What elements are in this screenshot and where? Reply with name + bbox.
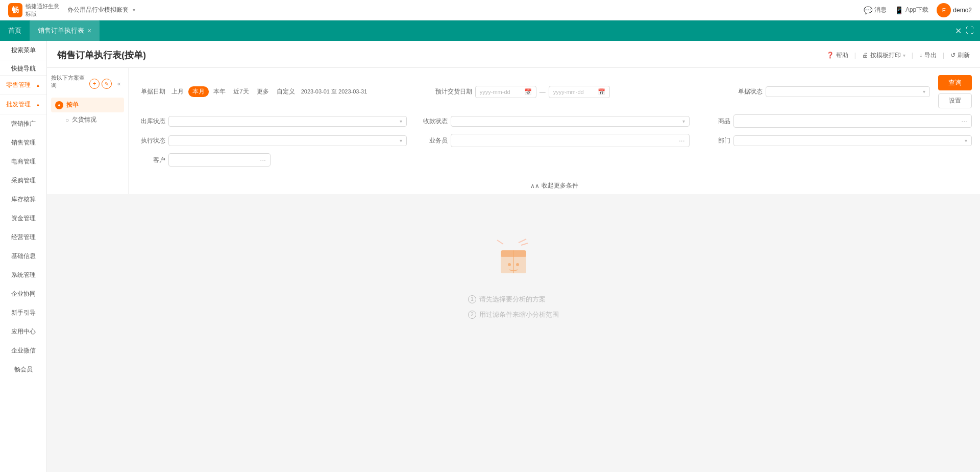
message-button[interactable]: 💬 消息 <box>864 6 887 14</box>
filter-row-2: 出库状态 ▾ 收款状态 ▾ <box>137 114 972 128</box>
sidebar-item-newbie[interactable]: 新手引导 <box>0 303 46 322</box>
export-icon: ↓ <box>919 52 922 59</box>
refresh-icon: ↺ <box>950 52 955 59</box>
print-dropdown-icon[interactable]: ▾ <box>903 53 905 58</box>
sidebar-item-sales[interactable]: 销售管理 <box>0 133 46 152</box>
customer-more-icon[interactable]: ··· <box>260 156 266 164</box>
sidebar-item-retail[interactable]: 零售管理 ▲ <box>0 76 46 95</box>
date-btn-this-month[interactable]: 本月 <box>188 86 209 97</box>
sales-rep-more-icon[interactable]: ··· <box>679 136 685 145</box>
add-plan-button[interactable]: + <box>89 79 100 89</box>
query-btn-area: 查询 设置 <box>938 75 972 108</box>
collapse-button[interactable]: ∧∧ 收起更多条件 <box>141 181 968 190</box>
sidebar-item-system[interactable]: 系统管理 <box>0 266 46 285</box>
plan-item-shortage[interactable]: ○ 欠货情况 <box>51 112 124 127</box>
collapse-bar[interactable]: ∧∧ 收起更多条件 <box>137 177 972 194</box>
hint-item-2: 2 用过滤条件来缩小分析范围 <box>468 308 559 321</box>
app-download-button[interactable]: 📱 App下载 <box>895 6 928 14</box>
filter-sidebar-title: 按以下方案查询 <box>51 74 89 89</box>
edit-plan-button[interactable]: ✎ <box>102 79 112 89</box>
sidebar-item-app-center[interactable]: 应用中心 <box>0 322 46 341</box>
avatar: E <box>937 3 951 17</box>
dept-arrow-icon: ▾ <box>965 138 967 144</box>
empty-hint: 1 请先选择要分析的方案 2 用过滤条件来缩小分析范围 <box>468 293 559 321</box>
expected-date-end[interactable]: yyyy-mm-dd 📅 <box>549 86 610 98</box>
sidebar-item-basic-info[interactable]: 基础信息 <box>0 247 46 266</box>
filter-row-1: 单据日期 上月 本月 本年 近7天 更多 自定义 2023-03-01 至 20… <box>137 75 972 108</box>
expected-date-start[interactable]: yyyy-mm-dd 📅 <box>475 86 536 98</box>
dept-select[interactable]: ▾ <box>733 135 972 146</box>
payment-arrow-icon: ▾ <box>682 119 685 124</box>
page-header: 销售订单执行表(按单) ❓ 帮助 | 🖨 按模板打印 ▾ | ↓ 导出 | <box>47 41 980 68</box>
goods-more-icon[interactable]: ··· <box>961 117 967 125</box>
tab-close-window-icon[interactable]: ✕ <box>955 26 962 36</box>
customer-label: 客户 <box>137 156 165 164</box>
filter-sidebar: 按以下方案查询 + ✎ « ● 按单 <box>47 68 129 194</box>
logo-area: 畅 畅捷通好生意 标版 <box>8 3 59 17</box>
help-icon: ❓ <box>826 52 834 59</box>
plan-item-by-order[interactable]: ● 按单 <box>51 98 124 112</box>
payment-status-select[interactable]: ▾ <box>451 116 689 127</box>
sales-rep-input[interactable]: ··· <box>451 134 689 147</box>
svg-line-6 <box>519 239 526 243</box>
collapse-plan-button[interactable]: « <box>114 79 124 89</box>
goods-label: 商品 <box>702 117 730 126</box>
expected-date-label: 预计交货日期 <box>435 87 472 96</box>
sidebar-item-wechat[interactable]: 企业微信 <box>0 341 46 360</box>
filter-row-4: 客户 ··· <box>137 153 972 171</box>
logo-text: 畅捷通好生意 标版 <box>26 3 59 17</box>
settings-button[interactable]: 设置 <box>938 93 972 108</box>
sidebar-item-ecommerce[interactable]: 电商管理 <box>0 152 46 171</box>
help-button[interactable]: ❓ 帮助 <box>826 51 848 60</box>
goods-input[interactable]: ··· <box>733 114 972 128</box>
tab-home[interactable]: 首页 <box>0 20 30 41</box>
sidebar-item-inventory[interactable]: 库存核算 <box>0 190 46 209</box>
collapse-up-icon: ∧∧ <box>530 182 540 190</box>
tab-close-icon[interactable]: × <box>87 27 91 35</box>
sidebar-item-members[interactable]: 畅会员 <box>0 360 46 379</box>
exec-status-select[interactable]: ▾ <box>168 135 407 146</box>
date-label: 单据日期 <box>137 87 165 96</box>
top-bar-right: 💬 消息 📱 App下载 E demo2 <box>864 3 972 17</box>
sidebar-item-purchase[interactable]: 采购管理 <box>0 171 46 190</box>
status-select[interactable]: ▾ <box>766 86 930 97</box>
tab-sales-order[interactable]: 销售订单执行表 × <box>30 20 100 41</box>
refresh-button[interactable]: ↺ 刷新 <box>950 51 970 60</box>
empty-illustration <box>488 235 539 282</box>
sidebar-item-enterprise[interactable]: 企业协同 <box>0 285 46 303</box>
plan-active-icon: ● <box>55 101 63 109</box>
user-area[interactable]: E demo2 <box>937 3 972 17</box>
sidebar-item-wholesale[interactable]: 批发管理 ▲ <box>0 95 46 114</box>
sidebar-item-finance[interactable]: 资金管理 <box>0 209 46 228</box>
query-button[interactable]: 查询 <box>938 75 972 90</box>
shortage-icon: ○ <box>65 116 69 124</box>
hint-item-1: 1 请先选择要分析的方案 <box>468 293 559 306</box>
status-label: 单据状态 <box>734 87 763 96</box>
sidebar: 搜索菜单 快捷导航 零售管理 ▲ 批发管理 ▲ 营销推广 销售管理 电商管理 <box>0 41 47 472</box>
date-btn-7days[interactable]: 近7天 <box>230 86 252 97</box>
cal-icon-start: 📅 <box>524 88 532 96</box>
date-btn-more[interactable]: 更多 <box>254 86 272 97</box>
export-button[interactable]: ↓ 导出 <box>919 51 937 60</box>
out-status-arrow-icon: ▾ <box>400 119 402 124</box>
main-layout: 搜索菜单 快捷导航 零售管理 ▲ 批发管理 ▲ 营销推广 销售管理 电商管理 <box>0 41 980 472</box>
sidebar-search-label[interactable]: 搜索菜单 <box>4 46 42 55</box>
tab-expand-icon[interactable]: ⛶ <box>966 26 974 35</box>
sidebar-search[interactable]: 搜索菜单 <box>0 41 46 60</box>
date-btn-this-year[interactable]: 本年 <box>210 86 229 97</box>
print-button[interactable]: 🖨 按模板打印 ▾ <box>862 51 905 60</box>
sidebar-item-marketing[interactable]: 营销推广 <box>0 114 46 133</box>
date-btn-last-month[interactable]: 上月 <box>168 86 187 97</box>
tab-bar-right: ✕ ⛶ <box>955 26 980 36</box>
customer-input[interactable]: ··· <box>168 153 271 167</box>
sales-rep-label: 业务员 <box>419 136 448 145</box>
date-range-text: 2023-03-01 至 2023-03-31 <box>301 88 368 96</box>
app-title-arrow[interactable]: ▾ <box>133 7 135 13</box>
out-status-select[interactable]: ▾ <box>168 116 407 127</box>
sidebar-quick-nav[interactable]: 快捷导航 <box>0 60 46 76</box>
sidebar-item-operations[interactable]: 经营管理 <box>0 228 46 247</box>
content-area: 销售订单执行表(按单) ❓ 帮助 | 🖨 按模板打印 ▾ | ↓ 导出 | <box>47 41 980 472</box>
page-title: 销售订单执行表(按单) <box>57 49 146 61</box>
sidebar-section-wholesale: 批发管理 ▲ <box>0 95 46 114</box>
date-btn-custom[interactable]: 自定义 <box>274 86 298 97</box>
